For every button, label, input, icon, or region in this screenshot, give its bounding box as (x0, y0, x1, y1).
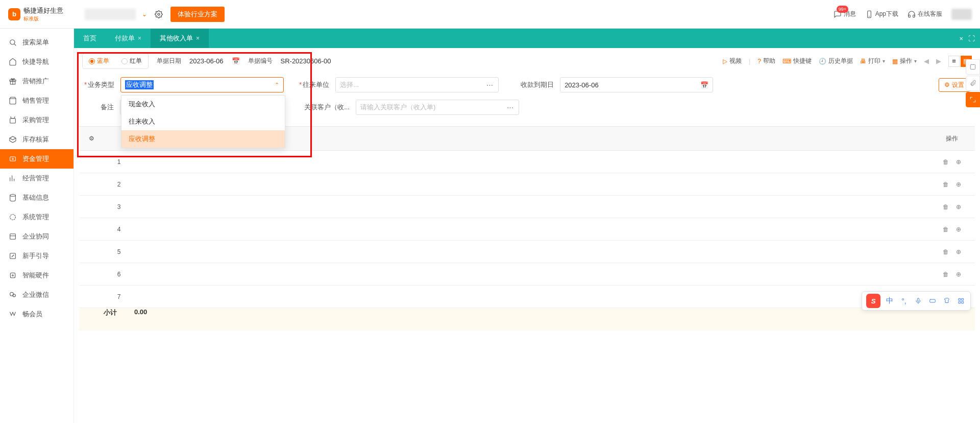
close-icon[interactable]: × (196, 35, 200, 42)
operate-button[interactable]: ▦操作▾ (892, 57, 917, 65)
ime-punct-icon[interactable]: °, (899, 296, 909, 306)
delete-row-icon[interactable]: 🗑 (943, 226, 949, 233)
history-button[interactable]: 🕘历史单据 (819, 57, 853, 65)
partner-select[interactable]: 选择... ⋯ (335, 77, 499, 92)
sidebar-item-finance[interactable]: 资金管理 (0, 149, 74, 169)
chevron-down-icon[interactable]: ⌄ (142, 11, 147, 18)
ime-lang-icon[interactable]: 中 (885, 296, 895, 306)
table-row[interactable]: 1🗑⊕ (79, 151, 975, 173)
doc-date-value[interactable]: 2023-06-06 (189, 57, 224, 65)
org-selector[interactable] (85, 9, 136, 20)
row-amount-cell[interactable] (134, 173, 175, 195)
shortcut-button[interactable]: ⌨快捷键 (782, 57, 812, 65)
video-button[interactable]: ▷视频 (723, 57, 742, 65)
gear-icon[interactable] (153, 9, 164, 20)
user-avatar[interactable] (951, 9, 972, 20)
layout: 搜索菜单 快捷导航 营销推广 销售管理 采购管理 库存核算 资金管理 经营管理 … (0, 29, 980, 423)
sidebar-item-guide[interactable]: 新手引导 (0, 246, 74, 266)
more-icon[interactable]: ⋯ (486, 81, 494, 89)
table-row[interactable]: 7🗑⊕ (79, 286, 975, 308)
row-amount-cell[interactable] (134, 218, 175, 240)
biz-type-select[interactable]: 应收调整 ⌃ 现金收入 往来收入 应收调整 (120, 77, 284, 92)
delete-row-icon[interactable]: 🗑 (943, 248, 949, 255)
close-all-icon[interactable]: × (959, 35, 963, 42)
delete-row-icon[interactable]: 🗑 (943, 203, 949, 210)
ime-mic-icon[interactable] (913, 296, 923, 306)
due-date-input[interactable]: 2023-06-06 📅 (560, 77, 713, 92)
add-row-icon[interactable]: ⊕ (956, 226, 961, 233)
svg-point-15 (10, 194, 16, 196)
messages-button[interactable]: 99+ 消息 (834, 10, 856, 18)
delete-row-icon[interactable]: 🗑 (943, 271, 949, 278)
more-icon[interactable]: ⋯ (507, 104, 514, 111)
table-row[interactable]: 2🗑⊕ (79, 173, 975, 196)
play-icon: ▷ (723, 58, 727, 65)
calendar-icon[interactable]: 📅 (700, 81, 708, 89)
table-row[interactable]: 6🗑⊕ (79, 263, 975, 286)
ime-skin-icon[interactable] (942, 296, 952, 306)
add-row-icon[interactable]: ⊕ (956, 158, 961, 166)
delete-row-icon[interactable]: 🗑 (943, 158, 949, 166)
delete-row-icon[interactable]: 🗑 (943, 181, 949, 188)
print-button[interactable]: 🖶打印▾ (860, 57, 885, 65)
tab-other-income[interactable]: 其他收入单× (151, 29, 209, 48)
sidebar-item-inventory[interactable]: 库存核算 (0, 130, 74, 149)
sidebar-item-basic[interactable]: 基础信息 (0, 188, 74, 207)
link-customer-input[interactable]: 请输入关联客户（收入单) ⋯ (356, 100, 519, 115)
add-row-icon[interactable]: ⊕ (956, 271, 961, 278)
radio-red-doc[interactable]: 红单 (115, 54, 148, 68)
sidebar-item-operation[interactable]: 经营管理 (0, 169, 74, 188)
settings-button[interactable]: ⚙ 设置 (939, 78, 970, 92)
rail-attach-icon[interactable] (966, 76, 980, 91)
row-amount-cell[interactable] (134, 241, 175, 263)
table-row[interactable]: 5🗑⊕ (79, 241, 975, 263)
view-list-icon[interactable]: ≡ (948, 56, 960, 67)
message-badge: 99+ (837, 6, 848, 13)
sidebar-item-purchase[interactable]: 采购管理 (0, 110, 74, 130)
add-row-icon[interactable]: ⊕ (956, 248, 961, 255)
sidebar-item-wechat[interactable]: 企业微信 (0, 285, 74, 304)
column-settings-icon[interactable]: ⚙ (79, 127, 104, 150)
add-row-icon[interactable]: ⊕ (956, 181, 961, 188)
logo[interactable]: b 畅捷通好生意 标准版 (8, 6, 75, 22)
sidebar-item-hardware[interactable]: 智能硬件 (0, 266, 74, 285)
rail-note-icon[interactable] (966, 59, 980, 75)
table-row[interactable]: 3🗑⊕ (79, 196, 975, 218)
ime-keyboard-icon[interactable] (927, 296, 938, 306)
ime-toolbar[interactable]: S 中 °, (862, 291, 971, 311)
tab-home[interactable]: 首页 (74, 29, 106, 48)
sidebar-item-collab[interactable]: 企业协同 (0, 227, 74, 246)
table-row[interactable]: 4🗑⊕ (79, 218, 975, 241)
header-left: ⌄ 体验行业方案 (85, 7, 225, 22)
sidebar-item-quick-nav[interactable]: 快捷导航 (0, 52, 74, 72)
tab-label: 其他收入单 (160, 34, 193, 43)
dropdown-option-cash[interactable]: 现金收入 (121, 96, 285, 113)
radio-blue-doc[interactable]: 蓝单 (83, 54, 115, 68)
due-date-label: 收款到期日 (514, 80, 554, 89)
close-icon[interactable]: × (138, 35, 141, 42)
online-service-button[interactable]: 在线客服 (908, 10, 942, 18)
sidebar-item-sales[interactable]: 销售管理 (0, 91, 74, 110)
sidebar-item-search-menu[interactable]: 搜索菜单 (0, 33, 74, 52)
dropdown-option-adjust[interactable]: 应收调整 (121, 130, 285, 148)
dropdown-option-ar[interactable]: 往来收入 (121, 113, 285, 130)
trial-industry-button[interactable]: 体验行业方案 (170, 7, 225, 22)
next-doc-icon[interactable]: ▶ (936, 57, 941, 65)
sidebar-item-vip[interactable]: 畅会员 (0, 304, 74, 324)
row-amount-cell[interactable] (134, 151, 175, 173)
ime-grid-icon[interactable] (956, 296, 966, 306)
row-amount-cell[interactable] (134, 286, 175, 308)
app-download-button[interactable]: App下载 (865, 10, 898, 18)
rail-expand-icon[interactable] (966, 92, 980, 107)
help-button[interactable]: ?帮助 (757, 57, 775, 65)
row-amount-cell[interactable] (134, 263, 175, 285)
sidebar-item-marketing[interactable]: 营销推广 (0, 72, 74, 91)
calendar-icon[interactable]: 📅 (232, 57, 240, 65)
prev-doc-icon[interactable]: ◀ (924, 57, 929, 65)
add-row-icon[interactable]: ⊕ (956, 203, 961, 210)
tab-payment[interactable]: 付款单× (106, 29, 151, 48)
search-icon (8, 38, 17, 47)
expand-icon[interactable]: ⛶ (968, 35, 975, 42)
row-amount-cell[interactable] (134, 196, 175, 218)
sidebar-item-system[interactable]: 系统管理 (0, 207, 74, 227)
